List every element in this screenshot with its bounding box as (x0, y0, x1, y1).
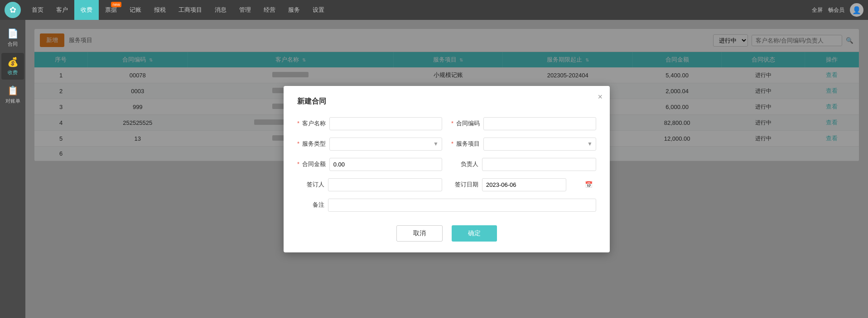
nav-item-home[interactable]: 首页 (25, 0, 50, 20)
contract-amount-label: * 合同金额 (297, 160, 326, 168)
required-star2: * (451, 120, 453, 127)
nav-item-message[interactable]: 消息 (208, 0, 233, 20)
nav-label-bookkeeping: 记账 (130, 6, 141, 14)
nav-item-business[interactable]: 工商项目 (172, 0, 208, 20)
form-row-service-item: * 服务项目 ▼ (451, 138, 596, 151)
service-type-select-wrap: ▼ (329, 138, 442, 151)
service-item-select-wrap: ▼ (483, 138, 596, 151)
service-item-select[interactable] (483, 138, 596, 151)
sign-date-wrap: 📅 (482, 178, 596, 191)
nav-item-bookkeeping[interactable]: 记账 (123, 0, 148, 20)
contract-no-label: * 合同编码 (451, 119, 480, 128)
calendar-icon: 📅 (585, 181, 593, 188)
form-row-responsible: 负责人 (451, 158, 596, 171)
fee-icon: 💰 (7, 57, 19, 67)
form-row-sign-date: 签订日期 📅 (451, 178, 596, 191)
new-contract-modal: 新建合同 × * 客户名称 * 合同编码 (284, 86, 610, 252)
required-star: * (297, 120, 299, 127)
sign-date-label: 签订日期 (451, 180, 478, 189)
service-item-form-label: * 服务项目 (451, 140, 480, 148)
main-layout: 📄 合同 💰 收费 📋 对账单 新增 服务项目 进行中 已完成 已取消 (0, 20, 868, 318)
contract-no-input[interactable] (483, 117, 596, 130)
sidebar: 📄 合同 💰 收费 📋 对账单 (0, 20, 25, 318)
nav-label-business: 工商项目 (178, 6, 202, 14)
nav-label-message: 消息 (215, 6, 227, 14)
notes-input[interactable] (328, 199, 596, 212)
form-row-signatory: 签订人 (297, 178, 442, 191)
signatory-label: 签订人 (297, 180, 324, 189)
sidebar-item-contract[interactable]: 📄 合同 (1, 24, 24, 51)
modal-footer: 取消 确定 (297, 225, 596, 242)
form-row-notes: 备注 (297, 199, 596, 212)
nav-label-service: 服务 (288, 6, 300, 14)
nav-item-service[interactable]: 服务 (282, 0, 306, 20)
sidebar-label-fee: 收费 (8, 69, 18, 76)
nav-label-tax: 报税 (154, 6, 166, 14)
contract-icon: 📄 (7, 28, 19, 39)
customer-name-input[interactable] (329, 117, 442, 130)
required-star3: * (297, 140, 299, 147)
sidebar-item-statement[interactable]: 📋 对账单 (1, 81, 24, 108)
nav-items: 首页 客户 收费 票据 new 记账 报税 工商项目 消息 管理 经营 (25, 0, 812, 20)
service-type-label: * 服务类型 (297, 140, 326, 148)
notes-label: 备注 (297, 201, 324, 209)
user-avatar[interactable]: 👤 (850, 3, 863, 17)
responsible-input[interactable] (482, 158, 596, 171)
confirm-button[interactable]: 确定 (452, 225, 497, 242)
form-row-amount: * 合同金额 (297, 158, 442, 171)
customer-name-label: * 客户名称 (297, 119, 326, 128)
fullscreen-button[interactable]: 全屏 (812, 6, 823, 14)
sidebar-label-statement: 对账单 (5, 98, 20, 104)
topnav-right-area: 全屏 畅会员 👤 (812, 3, 863, 17)
app-logo: ✿ (5, 2, 21, 18)
nav-label-settings: 设置 (313, 6, 324, 14)
cancel-button[interactable]: 取消 (396, 225, 443, 242)
signatory-input[interactable] (328, 178, 442, 191)
nav-item-ticket[interactable]: 票据 new (99, 0, 123, 20)
modal-form: * 客户名称 * 合同编码 (297, 117, 596, 212)
nav-label-customer: 客户 (56, 6, 68, 14)
required-star5: * (297, 161, 299, 167)
sidebar-item-fee[interactable]: 💰 收费 (1, 53, 24, 80)
form-row-contract-no: * 合同编码 (451, 117, 596, 130)
nav-item-admin[interactable]: 管理 (233, 0, 257, 20)
top-navigation: ✿ 首页 客户 收费 票据 new 记账 报税 工商项目 消息 管理 (0, 0, 868, 20)
form-row-service-type: * 服务类型 ▼ (297, 138, 442, 151)
contract-amount-input[interactable] (329, 158, 442, 171)
sidebar-label-contract: 合同 (8, 41, 18, 47)
member-button[interactable]: 畅会员 (828, 6, 844, 14)
nav-item-business2[interactable]: 经营 (257, 0, 282, 20)
nav-item-tax[interactable]: 报税 (148, 0, 172, 20)
nav-item-fee[interactable]: 收费 (74, 0, 99, 20)
service-type-select[interactable] (329, 138, 442, 151)
form-row-customer-name: * 客户名称 (297, 117, 442, 130)
nav-label-fee: 收费 (81, 6, 92, 14)
required-star4: * (451, 140, 453, 147)
modal-title: 新建合同 (297, 97, 596, 106)
nav-label-business2: 经营 (264, 6, 275, 14)
nav-item-settings[interactable]: 设置 (306, 0, 331, 20)
responsible-label: 负责人 (451, 160, 478, 168)
new-badge: new (111, 2, 121, 7)
modal-overlay: 新建合同 × * 客户名称 * 合同编码 (25, 20, 868, 318)
content-area: 新增 服务项目 进行中 已完成 已取消 🔍 序号 合同编 (25, 20, 868, 318)
nav-label-admin: 管理 (239, 6, 251, 14)
statement-icon: 📋 (7, 85, 19, 96)
nav-label-home: 首页 (32, 6, 43, 14)
sign-date-input[interactable] (482, 178, 566, 191)
modal-close-button[interactable]: × (598, 92, 603, 102)
nav-item-customer[interactable]: 客户 (50, 0, 74, 20)
